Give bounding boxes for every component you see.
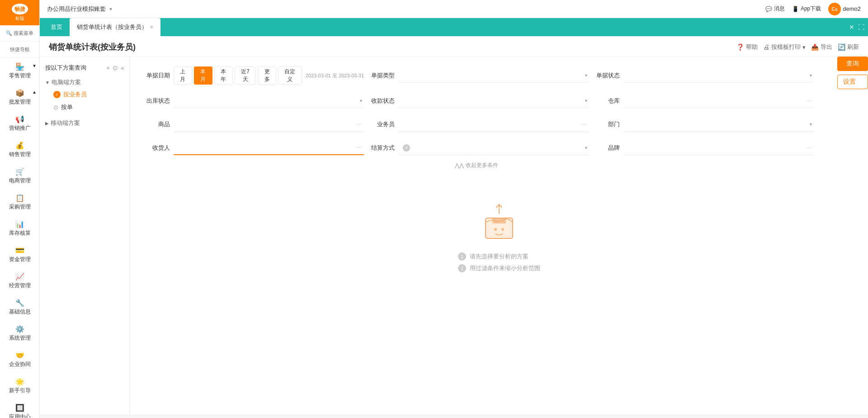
date-label: 单据日期 (139, 71, 170, 80)
date-this-year-btn[interactable]: 本年 (214, 66, 233, 85)
message-button[interactable]: 💬 消息 (765, 5, 785, 13)
template-print-button[interactable]: 🖨 按模板打印 ▾ (763, 43, 806, 51)
lp-section-pc-title[interactable]: ▼ 电脑端方案 (40, 76, 130, 88)
sidebar-item-appcenter[interactable]: 🔲 应用中心 (0, 399, 39, 418)
empty-tip-1: 1 请先选择要分析的方案 (458, 252, 540, 261)
warehouse-label: 仓库 (589, 97, 620, 105)
operations-icon: 📈 (15, 272, 24, 281)
add-scheme-button[interactable]: + (106, 64, 110, 71)
goods-input[interactable]: ··· (174, 117, 364, 132)
paymethod-clear-icon[interactable]: × (403, 144, 410, 152)
topbar-left: 办公用品行业模拟账套 ▾ (47, 5, 112, 13)
logo-subtitle: 标版 (15, 15, 24, 22)
warehouse-input[interactable]: ··· (623, 94, 814, 108)
right-panel: 查询 设置 单据日期 上月 本月 (130, 57, 868, 414)
staff-input[interactable]: ··· (398, 117, 589, 132)
refresh-button[interactable]: 🔄 刷新 (838, 43, 859, 51)
collapse-filters-button[interactable]: ⋀⋀ 收起更多条件 (455, 162, 498, 169)
doctype-select[interactable]: ▾ (398, 68, 589, 83)
empty-state: 1 请先选择要分析的方案 2 用过滤条件来缩小分析范围 (139, 173, 859, 309)
sidebar-item-enterprise[interactable]: 🤝 企业协同 (0, 347, 39, 373)
sidebar-item-basic[interactable]: 🔧 基础信息 (0, 294, 39, 320)
sidebar-item-operations[interactable]: 📈 经营管理 (0, 268, 39, 294)
settings-button[interactable]: 设置 (837, 75, 868, 89)
sidebar-item-purchase[interactable]: 📋 采购管理 (0, 189, 39, 215)
paymentstatus-select[interactable]: ▾ (398, 94, 589, 108)
sidebar-item-wholesale[interactable]: 📦 批发管理 ▲ (0, 84, 39, 110)
export-icon: 📤 (811, 43, 819, 51)
left-panel: 按以下方案查询 + ⊙ « ▼ 电脑端方案 ✓ (40, 57, 130, 414)
refresh-icon: 🔄 (838, 43, 845, 51)
filter-receiver-cell: 收货人 ··· (139, 138, 364, 158)
date-last-month-btn[interactable]: 上月 (174, 66, 192, 85)
paymentstatus-label: 收款状态 (364, 97, 395, 105)
sidebar-item-newuser[interactable]: 🌟 新手引导 (0, 373, 39, 399)
sidebar-item-retail[interactable]: 🏪 零售管理 ▼ (0, 58, 39, 84)
logo-icon: 畅捷 (12, 4, 28, 14)
topbar-dropdown-icon[interactable]: ▾ (109, 6, 112, 12)
docstatus-select[interactable]: ▾ (623, 68, 814, 83)
sidebar-item-finance[interactable]: 💳 资金管理 (0, 242, 39, 268)
empty-tip-2: 2 用过滤条件来缩小分析范围 (458, 264, 540, 272)
dept-select[interactable]: ▾ (623, 117, 814, 132)
filter-warehouse-cell: 仓库 ··· (589, 91, 814, 111)
sidebar-item-system[interactable]: ⚙️ 系统管理 (0, 320, 39, 347)
retail-icon: 🏪 (15, 62, 24, 71)
search-menu-button[interactable]: 🔍 按以下方案查询 搜索菜单 (6, 28, 33, 38)
page-actions: ❓ 帮助 🖨 按模板打印 ▾ 📤 导出 🔄 刷新 (736, 43, 859, 51)
docstatus-label: 单据状态 (589, 71, 620, 80)
paymethod-select[interactable]: × ▾ (398, 141, 589, 155)
maximize-button[interactable]: ⛶ (858, 24, 864, 31)
outstatus-label: 出库状态 (139, 97, 170, 105)
date-custom-btn[interactable]: 自定义 (278, 66, 302, 85)
settings-scheme-button[interactable]: ⊙ (113, 64, 118, 71)
outstatus-select[interactable]: ▾ (174, 94, 364, 108)
system-icon: ⚙️ (15, 325, 24, 333)
date-this-month-btn[interactable]: 本月 (194, 66, 212, 85)
sidebar-item-ecommerce[interactable]: 🛒 电商管理 (0, 163, 39, 189)
newuser-icon: 🌟 (15, 377, 24, 386)
left-panel-icons: + ⊙ « (106, 64, 124, 71)
enterprise-icon: 🤝 (15, 351, 24, 360)
retail-expand-icon: ▼ (32, 63, 37, 68)
tab-close-icon[interactable]: × (150, 24, 153, 30)
tab-home[interactable]: 首页 (43, 18, 70, 36)
outstatus-arrow-icon: ▾ (360, 98, 362, 103)
receiver-input[interactable]: ··· (174, 141, 364, 155)
export-button[interactable]: 📤 导出 (811, 43, 832, 51)
tabbar: 首页 销货单统计表（按业务员） × ✕ ⛶ (40, 18, 868, 36)
finance-icon: 💳 (15, 246, 24, 255)
query-button[interactable]: 查询 (837, 57, 868, 71)
quicknav-button[interactable]: 快捷导航 (10, 44, 30, 55)
filter-staff-cell: 业务员 ··· (364, 114, 589, 134)
brand-label: 品牌 (589, 144, 620, 152)
date-more-btn[interactable]: 更多 (258, 66, 276, 85)
message-icon: 💬 (765, 6, 772, 12)
brand-input[interactable]: ··· (623, 141, 814, 155)
lp-item-by-order[interactable]: ⊙ 按单 (40, 101, 130, 114)
user-menu-button[interactable]: Ea demo2 (828, 3, 861, 15)
collapse-panel-button[interactable]: « (121, 64, 124, 71)
action-buttons: 查询 设置 (837, 57, 868, 89)
lp-section-mobile-title[interactable]: ▶ 移动端方案 (40, 117, 130, 129)
date-last-7-days-btn[interactable]: 近7天 (235, 66, 256, 85)
warehouse-dots-icon: ··· (806, 97, 812, 105)
inventory-icon: 📊 (15, 220, 24, 228)
filter-row-4: 收货人 ··· 结算方式 × (139, 138, 814, 158)
lp-section-mobile: ▶ 移动端方案 (40, 115, 130, 131)
sidebar-item-inventory[interactable]: 📊 库存核算 (0, 215, 39, 242)
collapse-row: ⋀⋀ 收起更多条件 (139, 160, 814, 173)
wholesale-icon: 📦 (15, 89, 24, 97)
doctype-label: 单据类型 (364, 71, 395, 80)
sidebar-item-sales[interactable]: 💰 销售管理 (0, 137, 39, 163)
tabbar-actions: ✕ ⛶ (849, 24, 864, 31)
app-download-button[interactable]: 📱 App下载 (792, 5, 821, 13)
lp-item-by-staff[interactable]: ✓ 按业务员 (40, 88, 130, 101)
page-container: 销货单统计表(按业务员) ❓ 帮助 🖨 按模板打印 ▾ 📤 导出 (40, 36, 868, 414)
close-all-tabs-button[interactable]: ✕ (849, 24, 854, 31)
help-button[interactable]: ❓ 帮助 (736, 43, 758, 51)
mobile-section-arrow: ▶ (45, 121, 49, 126)
sidebar-item-marketing[interactable]: 📢 营销推广 (0, 110, 39, 137)
tab-sales-stat[interactable]: 销货单统计表（按业务员） × (70, 18, 160, 36)
template-print-arrow: ▾ (802, 44, 806, 51)
